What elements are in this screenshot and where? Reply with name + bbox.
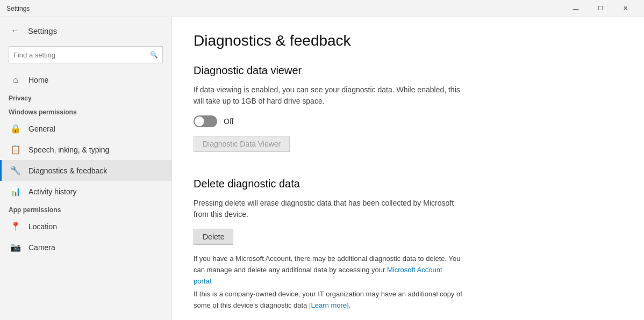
sidebar-item-location[interactable]: 📍 Location [0, 216, 171, 237]
location-icon: 📍 [10, 221, 21, 231]
diagnostics-icon: 🔧 [10, 165, 21, 176]
sidebar-item-speech-label: Speech, inking, & typing [28, 146, 109, 154]
diagnostic-viewer-section: Diagnostic data viewer If data viewing i… [194, 64, 622, 165]
sidebar-item-location-label: Location [28, 222, 57, 231]
titlebar-controls: — ☐ ✕ [563, 0, 638, 17]
sidebar-item-activity-label: Activity history [28, 187, 76, 196]
delete-section-title: Delete diagnostic data [194, 178, 622, 190]
sidebar-item-camera-label: Camera [28, 243, 55, 252]
general-icon: 🔒 [10, 123, 21, 134]
page-title: Diagnostics & feedback [194, 32, 622, 49]
camera-icon: 📷 [10, 242, 21, 252]
titlebar-title: Settings [6, 5, 563, 12]
sidebar-item-general[interactable]: 🔒 General [0, 118, 171, 139]
section-label-windows-permissions: Windows permissions [0, 104, 171, 118]
sidebar-item-home[interactable]: ⌂ Home [0, 70, 171, 90]
diagnostic-viewer-button[interactable]: Diagnostic Data Viewer [194, 136, 290, 152]
speech-icon: 📋 [10, 144, 21, 155]
sidebar-item-general-label: General [28, 125, 55, 133]
learn-more-link[interactable]: [Learn more]. [309, 301, 350, 309]
search-box[interactable]: 🔍 [9, 46, 163, 63]
delete-info-text-1: If you have a Microsoft Account, there m… [194, 253, 462, 287]
sidebar-item-speech[interactable]: 📋 Speech, inking, & typing [0, 139, 171, 160]
back-button[interactable]: ← [9, 24, 22, 38]
sidebar-item-diagnostics[interactable]: 🔧 Diagnostics & feedback [0, 160, 171, 181]
activity-icon: 📊 [10, 186, 21, 197]
toggle-row: Off [194, 115, 622, 127]
section-label-app-permissions: App permissions [0, 202, 171, 216]
sidebar-item-diagnostics-label: Diagnostics & feedback [28, 166, 107, 175]
search-icon: 🔍 [150, 51, 158, 59]
delete-button[interactable]: Delete [194, 229, 233, 245]
minimize-button[interactable]: — [563, 0, 588, 17]
diagnostic-viewer-description: If data viewing is enabled, you can see … [194, 84, 462, 107]
section-label-privacy: Privacy [0, 90, 171, 104]
sidebar-header: ← Settings [0, 17, 171, 44]
diagnostic-viewer-toggle[interactable] [194, 115, 217, 127]
sidebar-app-title: Settings [28, 26, 57, 35]
main-content: Diagnostics & feedback Diagnostic data v… [172, 17, 644, 320]
app-body: ← Settings 🔍 ⌂ Home Privacy Windows perm… [0, 17, 644, 320]
maximize-button[interactable]: ☐ [588, 0, 613, 17]
close-button[interactable]: ✕ [613, 0, 638, 17]
delete-section-description: Pressing delete will erase diagnostic da… [194, 198, 462, 220]
sidebar-item-camera[interactable]: 📷 Camera [0, 237, 171, 258]
toggle-knob [195, 117, 204, 126]
sidebar: ← Settings 🔍 ⌂ Home Privacy Windows perm… [0, 17, 172, 320]
titlebar: Settings — ☐ ✕ [0, 0, 644, 17]
delete-section: Delete diagnostic data Pressing delete w… [194, 178, 622, 311]
delete-info-text-2: If this is a company-owned device, your … [194, 289, 462, 311]
search-input[interactable] [13, 51, 150, 59]
diagnostic-viewer-title: Diagnostic data viewer [194, 64, 622, 77]
toggle-label: Off [224, 117, 233, 126]
sidebar-item-home-label: Home [28, 76, 48, 84]
sidebar-item-activity[interactable]: 📊 Activity history [0, 181, 171, 202]
home-icon: ⌂ [10, 75, 21, 85]
